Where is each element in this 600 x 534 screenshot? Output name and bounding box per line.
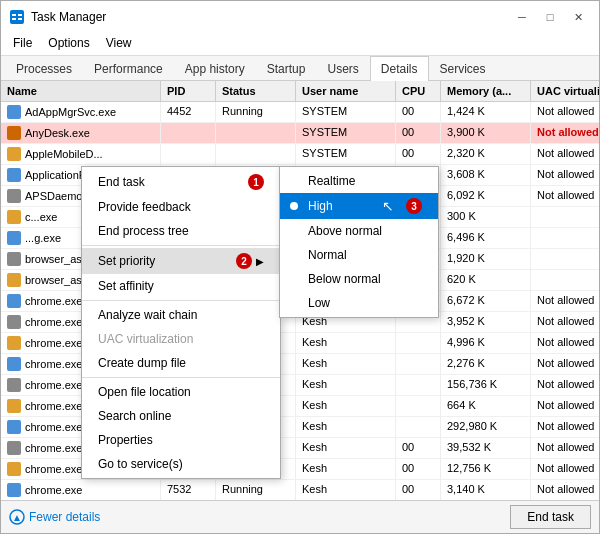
badge-1: 1 <box>248 174 264 190</box>
title-bar: Task Manager ─ □ ✕ <box>1 1 599 31</box>
ctx-set-priority[interactable]: Set priority 2 ▶ <box>82 248 280 274</box>
cell-uac <box>531 270 599 290</box>
cell-uac: Not allowed <box>531 396 599 416</box>
table-header: Name PID Status User name CPU Memory (a.… <box>1 81 599 102</box>
col-status[interactable]: Status <box>216 81 296 101</box>
svg-rect-3 <box>18 14 22 16</box>
process-icon <box>7 420 21 434</box>
col-cpu[interactable]: CPU <box>396 81 441 101</box>
cell-user: SYSTEM <box>296 102 396 122</box>
priority-above-normal[interactable]: Above normal <box>280 219 438 243</box>
cell-name: chrome.exe <box>1 480 161 500</box>
cell-uac: Not allowed <box>531 123 599 143</box>
ctx-set-affinity[interactable]: Set affinity <box>82 274 280 298</box>
col-name[interactable]: Name <box>1 81 161 101</box>
col-memory[interactable]: Memory (a... <box>441 81 531 101</box>
cell-cpu: 00 <box>396 480 441 500</box>
cell-status <box>216 123 296 143</box>
process-icon <box>7 483 21 497</box>
process-icon <box>7 252 21 266</box>
ctx-go-to-services[interactable]: Go to service(s) <box>82 452 280 476</box>
cell-cpu: 00 <box>396 102 441 122</box>
ctx-end-task[interactable]: End task 1 <box>82 169 280 195</box>
cell-memory: 39,532 K <box>441 438 531 458</box>
cell-uac: Not allowed <box>531 144 599 164</box>
priority-low[interactable]: Low <box>280 291 438 315</box>
close-button[interactable]: ✕ <box>565 7 591 27</box>
process-icon <box>7 315 21 329</box>
cell-user: Kesh <box>296 438 396 458</box>
menu-view[interactable]: View <box>98 33 140 53</box>
table-row[interactable]: AnyDesk.exeSYSTEM003,900 KNot allowed <box>1 123 599 144</box>
ctx-properties[interactable]: Properties <box>82 428 280 452</box>
cell-user: SYSTEM <box>296 123 396 143</box>
cell-memory: 6,092 K <box>441 186 531 206</box>
tab-services[interactable]: Services <box>429 56 497 81</box>
table-row[interactable]: chrome.exe7532RunningKesh003,140 KNot al… <box>1 480 599 500</box>
priority-realtime[interactable]: Realtime <box>280 169 438 193</box>
menu-file[interactable]: File <box>5 33 40 53</box>
cell-memory: 3,900 K <box>441 123 531 143</box>
priority-normal[interactable]: Normal <box>280 243 438 267</box>
col-pid[interactable]: PID <box>161 81 216 101</box>
cell-uac: Not allowed <box>531 480 599 500</box>
minimize-button[interactable]: ─ <box>509 7 535 27</box>
cell-status: Running <box>216 102 296 122</box>
cell-name: AnyDesk.exe <box>1 123 161 143</box>
process-icon <box>7 105 21 119</box>
tab-processes[interactable]: Processes <box>5 56 83 81</box>
maximize-button[interactable]: □ <box>537 7 563 27</box>
process-icon <box>7 126 21 140</box>
cell-pid <box>161 123 216 143</box>
cell-memory: 2,320 K <box>441 144 531 164</box>
tab-app-history[interactable]: App history <box>174 56 256 81</box>
process-icon <box>7 378 21 392</box>
ctx-provide-feedback[interactable]: Provide feedback <box>82 195 280 219</box>
fewer-details-label: Fewer details <box>29 510 100 524</box>
cell-uac <box>531 228 599 248</box>
ctx-analyze-wait[interactable]: Analyze wait chain <box>82 303 280 327</box>
col-uac[interactable]: UAC virtualiza... <box>531 81 599 101</box>
col-user[interactable]: User name <box>296 81 396 101</box>
cell-cpu: 00 <box>396 123 441 143</box>
window-controls: ─ □ ✕ <box>509 7 591 27</box>
ctx-open-file[interactable]: Open file location <box>82 380 280 404</box>
cell-cpu <box>396 396 441 416</box>
context-menu: End task 1 Provide feedback End process … <box>81 166 281 479</box>
cell-memory: 3,952 K <box>441 312 531 332</box>
cell-memory: 156,736 K <box>441 375 531 395</box>
menu-options[interactable]: Options <box>40 33 97 53</box>
cell-user: Kesh <box>296 459 396 479</box>
svg-text:▲: ▲ <box>12 512 22 523</box>
cell-memory: 664 K <box>441 396 531 416</box>
cell-memory: 292,980 K <box>441 417 531 437</box>
cell-user: Kesh <box>296 396 396 416</box>
ctx-end-process-tree[interactable]: End process tree <box>82 219 280 243</box>
table-row[interactable]: AdAppMgrSvc.exe4452RunningSYSTEM001,424 … <box>1 102 599 123</box>
cell-memory: 300 K <box>441 207 531 227</box>
cell-status: Running <box>216 480 296 500</box>
ctx-create-dump[interactable]: Create dump file <box>82 351 280 375</box>
tab-performance[interactable]: Performance <box>83 56 174 81</box>
fewer-details-button[interactable]: ▲ Fewer details <box>9 509 100 525</box>
tab-users[interactable]: Users <box>316 56 369 81</box>
svg-rect-2 <box>12 18 16 20</box>
priority-below-normal[interactable]: Below normal <box>280 267 438 291</box>
cell-user: Kesh <box>296 354 396 374</box>
process-icon <box>7 273 21 287</box>
priority-high[interactable]: High ↖ 3 <box>280 193 438 219</box>
tab-details[interactable]: Details <box>370 56 429 81</box>
process-icon <box>7 441 21 455</box>
ctx-search-online[interactable]: Search online <box>82 404 280 428</box>
cell-name: AdAppMgrSvc.exe <box>1 102 161 122</box>
footer: ▲ Fewer details End task <box>1 500 599 533</box>
tab-startup[interactable]: Startup <box>256 56 317 81</box>
cell-pid: 4452 <box>161 102 216 122</box>
cell-uac: Not allowed <box>531 165 599 185</box>
end-task-button[interactable]: End task <box>510 505 591 529</box>
cell-cpu <box>396 333 441 353</box>
cell-memory: 6,672 K <box>441 291 531 311</box>
cell-uac: Not allowed <box>531 417 599 437</box>
cell-user: SYSTEM <box>296 144 396 164</box>
table-row[interactable]: AppleMobileD...SYSTEM002,320 KNot allowe… <box>1 144 599 165</box>
